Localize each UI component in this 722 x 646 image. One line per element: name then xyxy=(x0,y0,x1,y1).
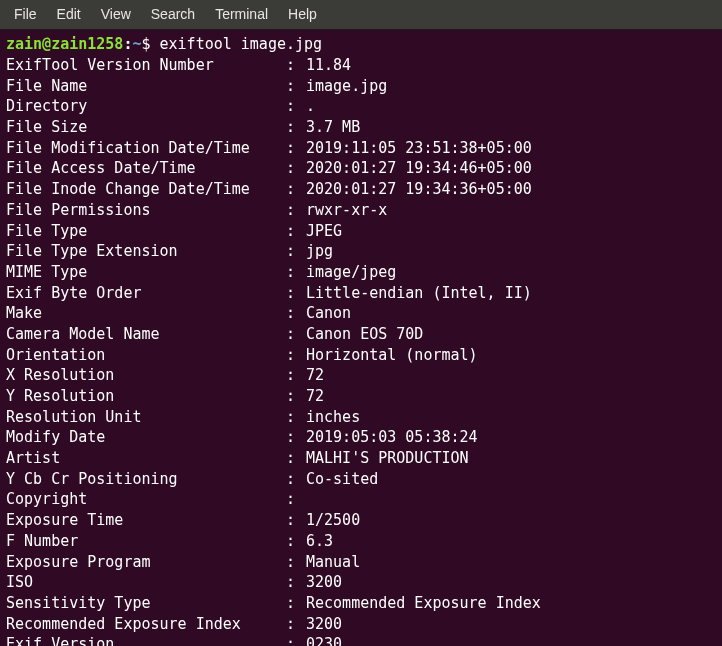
exif-key: Exposure Program xyxy=(6,552,286,573)
exif-row: Exif Byte Order: Little-endian (Intel, I… xyxy=(6,283,716,304)
exif-key: File Name xyxy=(6,76,286,97)
exif-row: Orientation: Horizontal (normal) xyxy=(6,345,716,366)
exif-value: 72 xyxy=(306,386,324,407)
exif-separator: : xyxy=(286,96,306,117)
exif-key: File Access Date/Time xyxy=(6,158,286,179)
exif-value: Manual xyxy=(306,552,360,573)
exif-value: MALHI'S PRODUCTION xyxy=(306,448,469,469)
exif-separator: : xyxy=(286,614,306,635)
exif-separator: : xyxy=(286,324,306,345)
prompt-user-host: zain@zain1258 xyxy=(6,35,123,53)
exif-value: Canon EOS 70D xyxy=(306,324,423,345)
exif-row: File Type: JPEG xyxy=(6,221,716,242)
exif-separator: : xyxy=(286,262,306,283)
exif-key: File Modification Date/Time xyxy=(6,138,286,159)
exif-separator: : xyxy=(286,179,306,200)
menu-file[interactable]: File xyxy=(6,3,45,26)
exif-separator: : xyxy=(286,76,306,97)
exif-separator: : xyxy=(286,510,306,531)
exif-key: Y Resolution xyxy=(6,386,286,407)
exif-row: File Modification Date/Time: 2019:11:05 … xyxy=(6,138,716,159)
exif-value: JPEG xyxy=(306,221,342,242)
exif-key: File Permissions xyxy=(6,200,286,221)
exif-row: File Permissions: rwxr-xr-x xyxy=(6,200,716,221)
exif-row: Y Cb Cr Positioning: Co-sited xyxy=(6,469,716,490)
exif-separator: : xyxy=(286,158,306,179)
exif-separator: : xyxy=(286,345,306,366)
exif-row: File Type Extension: jpg xyxy=(6,241,716,262)
exif-value: 3200 xyxy=(306,614,342,635)
exif-row: Exposure Program: Manual xyxy=(6,552,716,573)
exif-key: ISO xyxy=(6,572,286,593)
exif-key: Resolution Unit xyxy=(6,407,286,428)
menu-edit[interactable]: Edit xyxy=(49,3,89,26)
exif-key: Y Cb Cr Positioning xyxy=(6,469,286,490)
exif-value: 0230 xyxy=(306,634,342,646)
exif-row: ISO: 3200 xyxy=(6,572,716,593)
exif-key: MIME Type xyxy=(6,262,286,283)
exif-row: File Inode Change Date/Time: 2020:01:27 … xyxy=(6,179,716,200)
exif-key: Directory xyxy=(6,96,286,117)
exif-row: Make: Canon xyxy=(6,303,716,324)
exif-row: Sensitivity Type: Recommended Exposure I… xyxy=(6,593,716,614)
menu-help[interactable]: Help xyxy=(280,3,325,26)
menu-terminal[interactable]: Terminal xyxy=(207,3,276,26)
exif-key: File Type xyxy=(6,221,286,242)
exif-separator: : xyxy=(286,221,306,242)
exif-separator: : xyxy=(286,531,306,552)
exif-separator: : xyxy=(286,489,306,510)
exif-value: Little-endian (Intel, II) xyxy=(306,283,532,304)
exif-row: File Name: image.jpg xyxy=(6,76,716,97)
exif-key: File Size xyxy=(6,117,286,138)
exif-separator: : xyxy=(286,448,306,469)
exif-value: 2019:11:05 23:51:38+05:00 xyxy=(306,138,532,159)
exif-value: 2020:01:27 19:34:46+05:00 xyxy=(306,158,532,179)
exif-separator: : xyxy=(286,241,306,262)
exif-value: Co-sited xyxy=(306,469,378,490)
exif-key: Exif Byte Order xyxy=(6,283,286,304)
exif-key: File Inode Change Date/Time xyxy=(6,179,286,200)
exif-separator: : xyxy=(286,303,306,324)
exif-key: Recommended Exposure Index xyxy=(6,614,286,635)
command-text: exiftool image.jpg xyxy=(160,35,323,53)
exif-row: File Size: 3.7 MB xyxy=(6,117,716,138)
menu-search[interactable]: Search xyxy=(143,3,203,26)
exif-key: File Type Extension xyxy=(6,241,286,262)
exif-value: image/jpeg xyxy=(306,262,396,283)
exif-separator: : xyxy=(286,117,306,138)
exif-separator: : xyxy=(286,427,306,448)
exif-rows: ExifTool Version Number: 11.84File Name:… xyxy=(6,55,716,646)
exif-value: 3.7 MB xyxy=(306,117,360,138)
exif-value: image.jpg xyxy=(306,76,387,97)
exif-separator: : xyxy=(286,55,306,76)
exif-row: Exif Version: 0230 xyxy=(6,634,716,646)
exif-key: Make xyxy=(6,303,286,324)
exif-row: Exposure Time: 1/2500 xyxy=(6,510,716,531)
exif-value: . xyxy=(306,96,315,117)
exif-value: 11.84 xyxy=(306,55,351,76)
prompt-dollar: $ xyxy=(141,35,159,53)
terminal-output[interactable]: zain@zain1258:~$ exiftool image.jpg Exif… xyxy=(0,30,722,646)
exif-value: rwxr-xr-x xyxy=(306,200,387,221)
menu-view[interactable]: View xyxy=(93,3,139,26)
exif-value: 6.3 xyxy=(306,531,333,552)
exif-value: Horizontal (normal) xyxy=(306,345,478,366)
exif-row: ExifTool Version Number: 11.84 xyxy=(6,55,716,76)
exif-row: File Access Date/Time: 2020:01:27 19:34:… xyxy=(6,158,716,179)
exif-row: Directory: . xyxy=(6,96,716,117)
exif-key: Exif Version xyxy=(6,634,286,646)
exif-row: Y Resolution: 72 xyxy=(6,386,716,407)
exif-value: 3200 xyxy=(306,572,342,593)
exif-key: ExifTool Version Number xyxy=(6,55,286,76)
exif-separator: : xyxy=(286,200,306,221)
exif-value: 1/2500 xyxy=(306,510,360,531)
exif-key: X Resolution xyxy=(6,365,286,386)
exif-value: Recommended Exposure Index xyxy=(306,593,541,614)
exif-row: F Number: 6.3 xyxy=(6,531,716,552)
exif-row: Resolution Unit: inches xyxy=(6,407,716,428)
exif-value: Canon xyxy=(306,303,351,324)
exif-key: Exposure Time xyxy=(6,510,286,531)
prompt-line: zain@zain1258:~$ exiftool image.jpg xyxy=(6,34,716,55)
exif-separator: : xyxy=(286,365,306,386)
exif-row: Artist: MALHI'S PRODUCTION xyxy=(6,448,716,469)
